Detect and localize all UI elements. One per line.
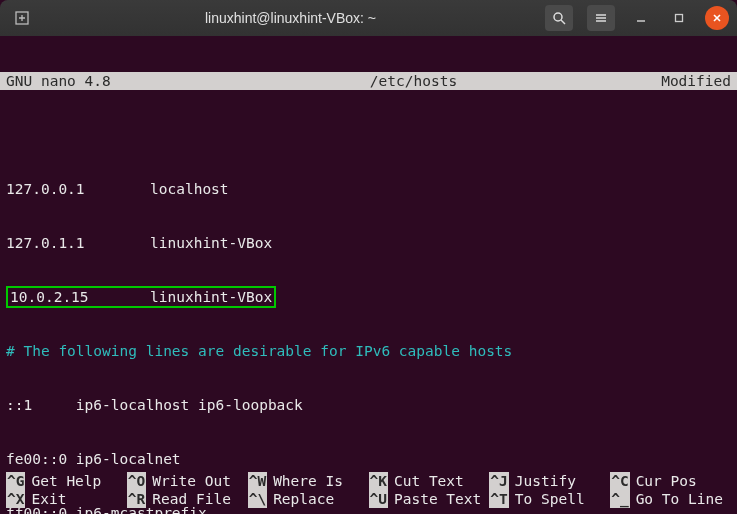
svg-rect-9	[676, 15, 683, 22]
shortcut-help: ^GGet Help	[6, 472, 127, 490]
svg-line-4	[561, 20, 565, 24]
shortcut-label: Replace	[273, 490, 334, 508]
shortcut-gotoline: ^_Go To Line	[610, 490, 731, 508]
shortcut-label: To Spell	[515, 490, 585, 508]
shortcut-key: ^X	[6, 490, 25, 508]
hosts-ip: 127.0.0.1	[6, 180, 150, 198]
nano-file-path: /etc/hosts	[196, 72, 631, 90]
shortcut-justify: ^JJustify	[489, 472, 610, 490]
file-content: 127.0.0.1localhost 127.0.1.1linuxhint-VB…	[0, 144, 737, 514]
shortcut-key: ^\	[248, 490, 267, 508]
shortcut-paste: ^UPaste Text	[369, 490, 490, 508]
shortcut-label: Cut Text	[394, 472, 464, 490]
shortcut-exit: ^XExit	[6, 490, 127, 508]
shortcut-label: Write Out	[152, 472, 231, 490]
svg-point-3	[554, 13, 562, 21]
shortcut-writeout: ^OWrite Out	[127, 472, 248, 490]
new-tab-button[interactable]	[8, 5, 36, 31]
menu-button[interactable]	[587, 5, 615, 31]
shortcut-cut: ^KCut Text	[369, 472, 490, 490]
nano-shortcut-bar: ^GGet Help ^OWrite Out ^WWhere Is ^KCut …	[6, 472, 731, 508]
shortcut-readfile: ^RRead File	[127, 490, 248, 508]
shortcut-spell: ^TTo Spell	[489, 490, 610, 508]
hosts-comment: # The following lines are desirable for …	[6, 342, 731, 360]
shortcut-key: ^J	[489, 472, 508, 490]
shortcut-label: Cur Pos	[636, 472, 697, 490]
shortcut-key: ^G	[6, 472, 25, 490]
window-titlebar: linuxhint@linuxhint-VBox: ~	[0, 0, 737, 36]
shortcut-key: ^W	[248, 472, 267, 490]
hosts-line: fe00::0 ip6-localnet	[6, 450, 731, 468]
hosts-name: linuxhint-VBox	[150, 289, 272, 305]
close-button[interactable]	[705, 6, 729, 30]
hosts-ip: 10.0.2.15	[10, 288, 150, 306]
shortcut-curpos: ^CCur Pos	[610, 472, 731, 490]
hosts-name: linuxhint-VBox	[150, 235, 272, 251]
hosts-ip: 127.0.1.1	[6, 234, 150, 252]
shortcut-label: Paste Text	[394, 490, 481, 508]
hosts-line: ::1 ip6-localhost ip6-loopback	[6, 396, 731, 414]
terminal-area[interactable]: GNU nano 4.8 /etc/hosts Modified 127.0.0…	[0, 36, 737, 514]
shortcut-label: Where Is	[273, 472, 343, 490]
nano-status: Modified	[631, 72, 731, 90]
search-button[interactable]	[545, 5, 573, 31]
shortcut-key: ^T	[489, 490, 508, 508]
hosts-name: localhost	[150, 181, 229, 197]
window-title: linuxhint@linuxhint-VBox: ~	[36, 9, 545, 27]
shortcut-label: Read File	[152, 490, 231, 508]
nano-header: GNU nano 4.8 /etc/hosts Modified	[0, 72, 737, 90]
maximize-button[interactable]	[667, 6, 691, 30]
shortcut-label: Justify	[515, 472, 576, 490]
highlighted-hosts-entry: 10.0.2.15linuxhint-VBox	[6, 286, 276, 308]
shortcut-key: ^O	[127, 472, 146, 490]
nano-app-version: GNU nano 4.8	[6, 72, 196, 90]
minimize-button[interactable]	[629, 6, 653, 30]
shortcut-key: ^K	[369, 472, 388, 490]
shortcut-label: Get Help	[31, 472, 101, 490]
shortcut-label: Go To Line	[636, 490, 723, 508]
shortcut-replace: ^\Replace	[248, 490, 369, 508]
shortcut-key: ^C	[610, 472, 629, 490]
shortcut-key: ^R	[127, 490, 146, 508]
shortcut-key: ^_	[610, 490, 629, 508]
shortcut-key: ^U	[369, 490, 388, 508]
shortcut-whereis: ^WWhere Is	[248, 472, 369, 490]
shortcut-label: Exit	[31, 490, 66, 508]
